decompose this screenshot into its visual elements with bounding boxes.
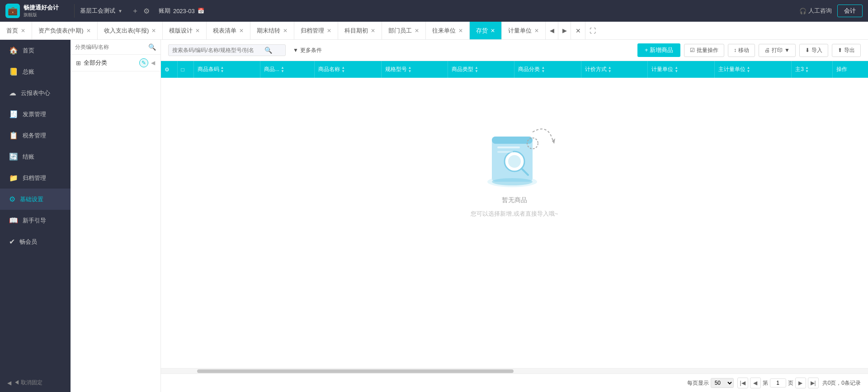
print-button[interactable]: 🖨 打印 ▼ (759, 44, 796, 57)
batch-icon: ☑ (690, 47, 695, 53)
tab-period-end[interactable]: 期末结转 ✕ (250, 22, 294, 40)
sidebar: 🏠 首页 📒 总账 ☁ 云报表中心 🧾 发票管理 📋 税务管理 🔄 结账 📁 归… (0, 40, 71, 392)
tab-inventory[interactable]: 存货 ✕ (470, 22, 502, 40)
sidebar-item-cloud[interactable]: ☁ 云报表中心 (0, 82, 71, 104)
member-icon: ✔ (9, 237, 15, 246)
tab-balance-close-icon[interactable]: ✕ (86, 28, 91, 33)
sidebar-item-home[interactable]: 🏠 首页 (0, 40, 71, 61)
category-search-input[interactable] (75, 44, 146, 50)
col-action: 操作 (832, 61, 868, 78)
tab-unit[interactable]: 计量单位 ✕ (502, 22, 546, 40)
tab-subject-init[interactable]: 科目期初 ✕ (338, 22, 382, 40)
page-size-select[interactable]: 20 50 100 200 (711, 378, 734, 388)
prev-page-button[interactable]: ◀ (750, 378, 761, 388)
move-label: 移动 (738, 47, 749, 54)
sidebar-item-closing[interactable]: 🔄 结账 (0, 146, 71, 167)
tab-template-close-icon[interactable]: ✕ (195, 28, 200, 33)
ledger-icon: 📒 (9, 67, 18, 76)
tab-inventory-close-icon[interactable]: ✕ (491, 28, 495, 33)
sidebar-item-invoice[interactable]: 🧾 发票管理 (0, 104, 71, 125)
svg-point-5 (508, 155, 521, 168)
col-type: 商品类型 ▲▼ (448, 61, 514, 78)
col-main-unit: 主计量单位 ▲▼ (714, 61, 792, 78)
tab-tax-close-icon[interactable]: ✕ (239, 28, 244, 33)
empty-svg (469, 118, 560, 191)
batch-label: 批量操作 (697, 47, 718, 54)
add-tab-button[interactable]: ＋ (132, 6, 139, 16)
export-button[interactable]: ⬆ 导出 (832, 44, 861, 57)
first-page-button[interactable]: |◀ (737, 378, 748, 388)
sidebar-item-guide[interactable]: 📖 新手引导 (0, 210, 71, 231)
page-navigation: |◀ ◀ 第 页 ▶ ▶| (737, 378, 819, 388)
category-label: 全部分类 (84, 59, 137, 67)
add-product-button[interactable]: + 新增商品 (637, 43, 680, 57)
print-arrow-icon: ▼ (784, 47, 790, 53)
tab-home-close-icon[interactable]: ✕ (21, 28, 25, 33)
sidebar-item-member[interactable]: ✔ 畅会员 (0, 231, 71, 252)
tab-template-design[interactable]: 模版设计 ✕ (163, 22, 207, 40)
grid-icon: ⊞ (76, 60, 81, 66)
tab-subject-close-icon[interactable]: ✕ (371, 28, 375, 33)
calendar-icon[interactable]: 📅 (198, 8, 204, 14)
horizontal-scrollbar[interactable] (161, 368, 868, 373)
move-button[interactable]: ↕ 移动 (728, 44, 755, 57)
page-number-input[interactable] (770, 378, 786, 387)
col-extra: 主3 ▲▼ (792, 61, 832, 78)
import-button[interactable]: ⬇ 导入 (799, 44, 828, 57)
app-logo-icon: 💼 (5, 4, 20, 18)
svg-rect-8 (497, 151, 513, 153)
category-collapse-icon[interactable]: ◀ (151, 60, 155, 66)
tab-close-all-button[interactable]: ✕ (571, 22, 585, 40)
tab-income-label: 收入支出表(年报) (104, 27, 149, 35)
period-label: 账期 (159, 7, 170, 15)
tab-unit-close-icon[interactable]: ✕ (534, 28, 539, 33)
col-setting[interactable]: ⚙ (161, 61, 177, 78)
tab-income-statement[interactable]: 收入支出表(年报) ✕ (98, 22, 163, 40)
sidebar-home-label: 首页 (23, 47, 34, 55)
tab-next-button[interactable]: ▶ (558, 22, 571, 40)
tab-period-close-icon[interactable]: ✕ (283, 28, 288, 33)
toolbar-right: + 新增商品 ☑ 批量操作 ↕ 移动 🖨 打印 ▼ (637, 43, 861, 57)
tab-dept-label: 部门员工 (388, 27, 412, 35)
export-icon: ⬆ (838, 47, 842, 53)
tab-tax-list[interactable]: 税表清单 ✕ (207, 22, 250, 40)
tab-expand-button[interactable]: ⛶ (585, 22, 600, 40)
sidebar-unpin-button[interactable]: ◀ ◀ 取消固定 (0, 373, 71, 392)
col-check[interactable]: □ (177, 61, 193, 78)
category-header[interactable]: ⊞ 全部分类 ✎ ◀ (71, 55, 160, 71)
tab-dept-close-icon[interactable]: ✕ (415, 28, 419, 33)
help-button[interactable]: 🎧 人工咨询 (799, 7, 832, 15)
sidebar-cloud-label: 云报表中心 (21, 89, 50, 97)
logo-area: 💼 畅捷通好会计 旗舰版 (5, 4, 69, 18)
sidebar-item-archive[interactable]: 📁 归档管理 (0, 167, 71, 189)
tab-income-close-icon[interactable]: ✕ (151, 28, 156, 33)
tab-contacts-close-icon[interactable]: ✕ (458, 28, 463, 33)
more-filter-button[interactable]: ▼ 更多条件 (289, 45, 326, 56)
category-search-icon[interactable]: 🔍 (148, 43, 156, 51)
account-button[interactable]: 会计 (837, 5, 863, 17)
tab-archive-close-icon[interactable]: ✕ (327, 28, 331, 33)
col-barcode: 商品条码 ▲▼ (193, 61, 260, 78)
tab-home-label: 首页 (6, 27, 18, 35)
print-label: 打印 (772, 47, 783, 54)
unpin-label: ◀ 取消固定 (14, 379, 42, 387)
settings-button[interactable]: ⚙ (143, 7, 150, 15)
category-edit-button[interactable]: ✎ (139, 58, 148, 67)
tab-archive-mgmt[interactable]: 归档管理 ✕ (294, 22, 338, 40)
tab-dept-staff[interactable]: 部门员工 ✕ (382, 22, 426, 40)
next-page-button[interactable]: ▶ (795, 378, 806, 388)
last-page-button[interactable]: ▶| (808, 378, 819, 388)
tab-balance-sheet[interactable]: 资产负债表(中期) ✕ (32, 22, 98, 40)
tab-home[interactable]: 首页 ✕ (0, 22, 32, 40)
sidebar-item-tax[interactable]: 📋 税务管理 (0, 125, 71, 146)
sidebar-ledger-label: 总账 (23, 68, 34, 76)
tab-contacts[interactable]: 往来单位 ✕ (426, 22, 470, 40)
sidebar-item-ledger[interactable]: 📒 总账 (0, 61, 71, 82)
sidebar-item-settings[interactable]: ⚙ 基础设置 (0, 189, 71, 210)
tab-prev-button[interactable]: ◀ (546, 22, 558, 40)
company-selector[interactable]: 基层工会测试 ▼ (80, 7, 123, 15)
product-search-input[interactable] (172, 47, 263, 53)
batch-ops-button[interactable]: ☑ 批量操作 (684, 44, 724, 57)
filter-label: 更多条件 (300, 47, 322, 54)
left-panel: 🔍 ⊞ 全部分类 ✎ ◀ (71, 40, 161, 392)
